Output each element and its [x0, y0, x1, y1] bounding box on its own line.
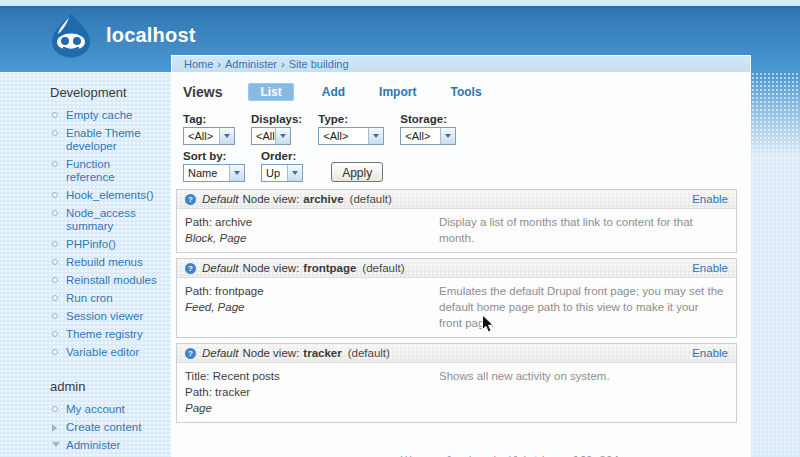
help-icon[interactable]: ?: [185, 263, 196, 274]
sidebar-item-session-viewer[interactable]: Session viewer: [50, 310, 158, 323]
tab-import[interactable]: Import: [373, 83, 422, 101]
breadcrumb-link-site-building[interactable]: Site building: [289, 58, 349, 70]
view-description: Emulates the default Drupal front page; …: [439, 283, 728, 331]
page: localhost Development Empty cache Enable…: [0, 0, 800, 457]
view-displays: Block, Page: [185, 230, 439, 246]
tabs-row: Views List Add Import Tools: [183, 81, 750, 103]
filters: Tag: <All> Displays: <All> Type: <All> S…: [183, 113, 750, 182]
sidebar-item-empty-cache[interactable]: Empty cache: [50, 109, 158, 122]
sort-by-select[interactable]: Name: [183, 164, 245, 182]
tag-label: Tag:: [183, 113, 235, 125]
sidebar-item-variable-editor[interactable]: Variable editor: [50, 346, 158, 359]
circle-bullet-icon: [52, 313, 58, 319]
site-name[interactable]: localhost: [106, 24, 196, 47]
storage-label: Storage:: [400, 113, 456, 125]
dropdown-arrow-icon[interactable]: [368, 128, 383, 144]
sidebar-item-rebuild-menus[interactable]: Rebuild menus: [50, 256, 158, 269]
view-details: Path: archive Block, Page: [185, 214, 439, 246]
circle-bullet-icon: [52, 192, 58, 198]
expanded-arrow-icon: [52, 442, 60, 447]
view-path: Path: archive: [185, 214, 439, 230]
circle-bullet-icon: [52, 295, 58, 301]
order-select[interactable]: Up: [261, 164, 303, 182]
enable-link[interactable]: Enable: [692, 262, 728, 274]
tab-list[interactable]: List: [248, 83, 293, 101]
view-kind-label: Node view:: [242, 193, 299, 205]
view-name: archive: [303, 193, 343, 205]
view-path: Path: frontpage: [185, 283, 439, 299]
view-suffix: (default): [348, 347, 390, 359]
circle-bullet-icon: [52, 331, 58, 337]
view-row-archive: ? Default Node view: archive (default) E…: [176, 189, 737, 253]
view-name: frontpage: [303, 262, 356, 274]
storage-select[interactable]: <All>: [400, 127, 456, 145]
view-displays: Feed, Page: [185, 299, 439, 315]
filter-tag: Tag: <All>: [183, 113, 235, 145]
sidebar-section-title-admin: admin: [50, 379, 171, 394]
filter-type: Type: <All>: [318, 113, 384, 145]
breadcrumb-link-home[interactable]: Home: [184, 58, 213, 70]
circle-bullet-icon: [52, 161, 58, 167]
sidebar-item-node-access-summary[interactable]: Node_access summary: [50, 207, 158, 233]
sidebar-item-enable-theme-developer[interactable]: Enable Theme developer: [50, 127, 158, 153]
view-path: Path: tracker: [185, 384, 439, 400]
displays-select[interactable]: <All>: [251, 127, 291, 145]
dropdown-arrow-icon[interactable]: [287, 165, 302, 181]
displays-label: Displays:: [251, 113, 302, 125]
druplicon-logo[interactable]: [46, 12, 96, 58]
sidebar-item-theme-registry[interactable]: Theme registry: [50, 328, 158, 341]
filter-displays: Displays: <All>: [251, 113, 302, 145]
view-row-body: Title: Recent posts Path: tracker Page S…: [177, 363, 736, 422]
view-details: Path: frontpage Feed, Page: [185, 283, 439, 331]
sidebar-section-title-development: Development: [50, 85, 171, 100]
sidebar-item-reinstall-modules[interactable]: Reinstall modules: [50, 274, 158, 287]
type-select[interactable]: <All>: [318, 127, 384, 145]
circle-bullet-icon: [52, 112, 58, 118]
dropdown-arrow-icon[interactable]: [219, 128, 234, 144]
view-title: Title: Recent posts: [185, 368, 439, 384]
circle-bullet-icon: [52, 349, 58, 355]
view-suffix: (default): [362, 262, 404, 274]
tab-add[interactable]: Add: [316, 83, 351, 101]
dropdown-arrow-icon[interactable]: [275, 128, 290, 144]
filters-row-1: Tag: <All> Displays: <All> Type: <All> S…: [183, 113, 750, 145]
sidebar-item-run-cron[interactable]: Run cron: [50, 292, 158, 305]
view-type-label: Default: [202, 193, 238, 205]
breadcrumb-link-administer[interactable]: Administer: [225, 58, 277, 70]
view-row-frontpage: ? Default Node view: frontpage (default)…: [176, 258, 737, 338]
view-suffix: (default): [350, 193, 392, 205]
circle-bullet-icon: [52, 130, 58, 136]
view-row-header: ? Default Node view: archive (default) E…: [177, 190, 736, 209]
enable-link[interactable]: Enable: [692, 347, 728, 359]
dropdown-arrow-icon[interactable]: [229, 165, 244, 181]
sidebar-item-my-account[interactable]: My account: [50, 403, 158, 416]
view-type-label: Default: [202, 262, 238, 274]
right-background-strip: [751, 72, 800, 457]
apply-button[interactable]: Apply: [331, 162, 383, 182]
dropdown-arrow-icon[interactable]: [440, 128, 455, 144]
help-icon[interactable]: ?: [185, 194, 196, 205]
circle-bullet-icon: [52, 210, 58, 216]
view-row-header: ? Default Node view: tracker (default) E…: [177, 344, 736, 363]
sidebar-item-create-content[interactable]: Create content: [50, 421, 158, 434]
tab-tools[interactable]: Tools: [444, 83, 487, 101]
help-icon[interactable]: ?: [185, 348, 196, 359]
views-list: ? Default Node view: archive (default) E…: [176, 189, 737, 423]
breadcrumb-separator: ›: [213, 58, 225, 70]
collapsed-arrow-icon: [52, 424, 57, 432]
view-kind-label: Node view:: [242, 347, 299, 359]
sidebar-item-function-reference[interactable]: Function reference: [50, 158, 158, 184]
circle-bullet-icon: [52, 406, 58, 412]
view-kind-label: Node view:: [242, 262, 299, 274]
sidebar-item-hook-elements[interactable]: Hook_elements(): [50, 189, 158, 202]
sidebar-item-administer[interactable]: Administer: [50, 439, 158, 452]
circle-bullet-icon: [52, 259, 58, 265]
sidebar-item-phpinfo[interactable]: PHPinfo(): [50, 238, 158, 251]
sidebar: Development Empty cache Enable Theme dev…: [0, 72, 171, 457]
tag-select[interactable]: <All>: [183, 127, 235, 145]
view-row-tracker: ? Default Node view: tracker (default) E…: [176, 343, 737, 423]
content-panel: Home›Administer›Site building Views List…: [171, 55, 751, 457]
order-label: Order:: [261, 150, 303, 162]
filter-order: Order: Up: [261, 150, 303, 182]
enable-link[interactable]: Enable: [692, 193, 728, 205]
